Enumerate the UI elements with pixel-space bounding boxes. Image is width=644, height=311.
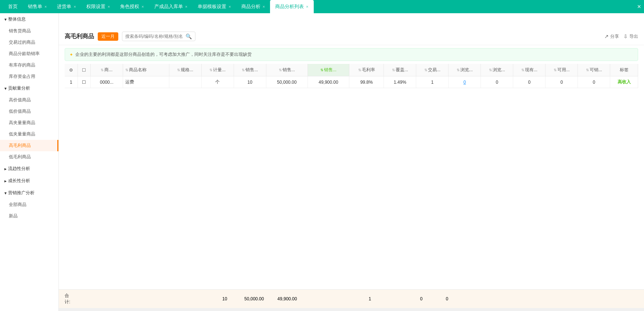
nav-product-analysis-list[interactable]: 商品分析列表 × bbox=[270, 0, 313, 13]
share-button[interactable]: ↗ 分享 bbox=[604, 33, 619, 40]
footer-label: 合计: bbox=[65, 293, 75, 305]
search-icon[interactable]: 🔍 bbox=[186, 33, 192, 39]
cell-index: 1 bbox=[65, 76, 78, 88]
th-sellable[interactable]: ⇅可销... bbox=[578, 64, 610, 76]
table-row: 1 ☐ 0000... 运费 个 10 50,000.00 49,900.00 … bbox=[65, 76, 638, 88]
th-checkbox[interactable]: ☐ bbox=[78, 64, 90, 76]
nav-production-instock[interactable]: 产成品入库单 × bbox=[149, 0, 193, 13]
arrow-down-icon: ▾ bbox=[4, 17, 7, 22]
nav-home[interactable]: 首页 bbox=[3, 0, 23, 13]
info-text: 企业的主要的利润都是这部分商品创造的，可考虑加大推广，同时关注库存是不要出现缺货 bbox=[75, 51, 252, 58]
cell-browse2: 0 bbox=[481, 76, 513, 88]
th-sales-amount[interactable]: ⇅销售... bbox=[266, 64, 307, 76]
arrow-down-icon: ▾ bbox=[4, 191, 7, 196]
th-tag[interactable]: 标签 bbox=[610, 64, 638, 76]
arrow-right-icon: ▸ bbox=[4, 178, 7, 184]
time-filter-button[interactable]: 近一月 bbox=[98, 32, 118, 41]
cell-current-stock: 0 bbox=[513, 76, 546, 88]
arrow-down-icon: ▾ bbox=[4, 86, 7, 91]
checkbox-all[interactable]: ☐ bbox=[82, 68, 86, 73]
sidebar-item-high-clip-qty[interactable]: 高夹量量商品 bbox=[0, 117, 58, 129]
share-icon: ↗ bbox=[604, 33, 609, 39]
page-title: 高毛利商品 bbox=[65, 33, 94, 40]
th-browse2[interactable]: ⇅浏览... bbox=[481, 64, 513, 76]
nav-permission-settings[interactable]: 权限设置 × bbox=[81, 0, 115, 13]
th-gross-margin[interactable]: ⇅毛利率 bbox=[349, 64, 384, 76]
th-sales-qty[interactable]: ⇅销售... bbox=[234, 64, 266, 76]
cell-gross-margin: 99.8% bbox=[349, 76, 384, 88]
footer-browse2: 0 bbox=[409, 296, 434, 301]
sidebar-item-low-clip-qty[interactable]: 低夹量量商品 bbox=[0, 129, 58, 140]
footer-transaction: 1 bbox=[357, 296, 383, 301]
table-header-row: ⚙ ☐ ⇅商... ⇅商品名称 ⇅规格... bbox=[65, 64, 638, 76]
th-available[interactable]: ⇅可用... bbox=[546, 64, 578, 76]
footer-totals: 合计: 10 50,000.00 49,900.00 1 0 0 bbox=[59, 289, 644, 308]
th-coverage[interactable]: ⇅覆盖... bbox=[384, 64, 416, 76]
sidebar-group-marketing[interactable]: ▾ 营销推广分析 bbox=[0, 187, 58, 199]
cell-tag: 高收入 bbox=[610, 76, 638, 88]
nav-purchase-order[interactable]: 进货单 × bbox=[52, 0, 81, 13]
sidebar-item-high-margin[interactable]: 高毛利商品 bbox=[0, 140, 58, 151]
close-all-tabs-icon[interactable]: × bbox=[637, 3, 641, 11]
close-icon[interactable]: × bbox=[229, 4, 231, 9]
sidebar-group-overall[interactable]: ▾ 整体信息 bbox=[0, 13, 58, 25]
info-banner: ✦ 企业的主要的利润都是这部分商品创造的，可考虑加大推广，同时关注库存是不要出现… bbox=[65, 48, 638, 61]
th-sales-profit[interactable]: ⇅销售... bbox=[307, 64, 349, 76]
close-icon[interactable]: × bbox=[185, 4, 187, 9]
export-icon: ⇩ bbox=[623, 33, 628, 39]
th-unit[interactable]: ⇅计量... bbox=[201, 64, 234, 76]
sidebar-group-trend[interactable]: ▸ 流趋性分析 bbox=[0, 163, 58, 175]
footer-current-stock: 0 bbox=[434, 296, 460, 301]
cell-transaction: 1 bbox=[416, 76, 449, 88]
content-header: 高毛利商品 近一月 🔍 ↗ 分享 ⇩ 导出 bbox=[59, 28, 644, 45]
sidebar-item-goods-age-assist[interactable]: 商品分龄助销率 bbox=[0, 48, 58, 59]
sidebar-item-new-goods[interactable]: 新品 bbox=[0, 210, 58, 222]
cell-checkbox[interactable]: ☐ bbox=[78, 76, 90, 88]
footer-sales-profit: 49,900.00 bbox=[271, 296, 304, 301]
close-icon[interactable]: × bbox=[44, 4, 47, 9]
top-navigation: 首页 销售单 × 进货单 × 权限设置 × 角色授权 × 产成品入库单 × 单据… bbox=[0, 0, 644, 13]
th-settings[interactable]: ⚙ bbox=[65, 64, 78, 76]
cell-coverage: 1.49% bbox=[384, 76, 416, 88]
th-name[interactable]: ⇅商品名称 bbox=[123, 64, 169, 76]
content-area: ◀ 高毛利商品 近一月 🔍 ↗ 分享 ⇩ 导出 ✦ bbox=[59, 13, 644, 311]
cell-name: 运费 bbox=[123, 76, 169, 88]
export-button[interactable]: ⇩ 导出 bbox=[623, 33, 638, 40]
sidebar-item-traded-goods[interactable]: 交易过的商品 bbox=[0, 37, 58, 48]
cell-sales-amount: 50,000.00 bbox=[266, 76, 307, 88]
cell-code: 0000... bbox=[90, 76, 123, 88]
settings-icon: ⚙ bbox=[69, 68, 73, 73]
th-code[interactable]: ⇅商... bbox=[90, 64, 123, 76]
cell-sellable: 0 bbox=[578, 76, 610, 88]
sidebar-item-low-value[interactable]: 低价值商品 bbox=[0, 106, 58, 117]
close-icon[interactable]: × bbox=[263, 4, 265, 9]
sidebar-item-sales-goods[interactable]: 销售货商品 bbox=[0, 25, 58, 37]
close-icon[interactable]: × bbox=[108, 4, 110, 9]
sidebar-item-low-margin[interactable]: 低毛利商品 bbox=[0, 151, 58, 163]
search-input[interactable] bbox=[125, 34, 184, 39]
nav-sales-order[interactable]: 销售单 × bbox=[23, 0, 52, 13]
sidebar-item-stock-capital[interactable]: 库存资金占用 bbox=[0, 71, 58, 82]
horizontal-scrollbar[interactable] bbox=[59, 308, 644, 311]
th-browse1[interactable]: ⇅浏览... bbox=[449, 64, 481, 76]
sidebar: ▾ 整体信息 销售货商品 交易过的商品 商品分龄助销率 有库存的商品 库存资金占… bbox=[0, 13, 59, 311]
header-actions: ↗ 分享 ⇩ 导出 bbox=[604, 33, 638, 40]
sidebar-item-in-stock-goods[interactable]: 有库存的商品 bbox=[0, 59, 58, 71]
nav-product-analysis[interactable]: 商品分析 × bbox=[236, 0, 270, 13]
sidebar-group-contribution[interactable]: ▾ 贡献量分析 bbox=[0, 82, 58, 94]
close-icon[interactable]: × bbox=[73, 4, 76, 9]
nav-role-auth[interactable]: 角色授权 × bbox=[115, 0, 149, 13]
close-icon[interactable]: × bbox=[306, 4, 308, 9]
close-icon[interactable]: × bbox=[141, 4, 144, 9]
sidebar-group-growth[interactable]: ▸ 成长性分析 bbox=[0, 175, 58, 187]
th-transaction[interactable]: ⇅交易... bbox=[416, 64, 449, 76]
sidebar-item-high-value[interactable]: 高价值商品 bbox=[0, 94, 58, 106]
cell-available: 0 bbox=[546, 76, 578, 88]
th-current-stock[interactable]: ⇅现有... bbox=[513, 64, 546, 76]
nav-template-settings[interactable]: 单据模板设置 × bbox=[193, 0, 236, 13]
row-checkbox[interactable]: ☐ bbox=[82, 80, 86, 85]
th-spec[interactable]: ⇅规格... bbox=[169, 64, 201, 76]
cell-browse1[interactable]: 0 bbox=[449, 76, 481, 88]
cell-sales-profit: 49,900.00 bbox=[307, 76, 349, 88]
sidebar-item-all-goods[interactable]: 全部商品 bbox=[0, 199, 58, 210]
